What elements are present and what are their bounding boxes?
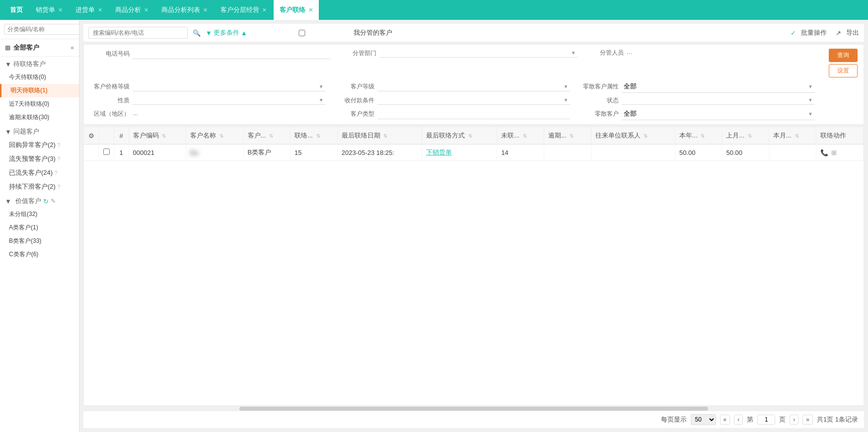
sidebar-item-classC[interactable]: C类客户(6) (0, 248, 79, 261)
select-scattered-attr[interactable]: 全部 ▼ (622, 80, 815, 93)
sort-last-date: ⇅ (383, 133, 387, 139)
my-customer-checkbox[interactable] (252, 30, 352, 36)
bulk-ops-btn[interactable]: 批量操作 (801, 28, 827, 37)
nav-product-analysis[interactable]: 商品分析 ✕ (109, 0, 154, 20)
sidebar-item-declining[interactable]: 持续下滑客户(2) ? (0, 180, 79, 194)
horizontal-scrollbar[interactable] (83, 407, 864, 411)
row-checkbox-cell[interactable] (99, 144, 114, 161)
col-checkbox (99, 127, 114, 144)
filter-icon: ▼ (206, 29, 212, 37)
select-payment-terms[interactable]: ▼ (377, 96, 571, 105)
sidebar-item-overdue[interactable]: 逾期未联络(30) (0, 111, 79, 124)
select-scattered[interactable]: 全部 ▼ (622, 108, 815, 120)
last-page-btn[interactable]: » (802, 415, 813, 425)
sidebar-item-classA[interactable]: A类客户(1) (0, 221, 79, 234)
grid-icon: ⊞ (5, 44, 10, 52)
col-customer-code[interactable]: 客户编码 ⇅ (129, 127, 186, 144)
row-code[interactable]: 000021 (129, 144, 186, 161)
col-this-month[interactable]: 本月... ⇅ (769, 127, 816, 144)
row-checkbox[interactable] (103, 148, 110, 155)
sidebar-item-tomorrow[interactable]: 明天待联络(1) (0, 84, 79, 97)
select-customer-level[interactable]: ▼ (377, 82, 571, 91)
region-dots[interactable]: ··· (133, 110, 139, 118)
select-price-level[interactable]: ▼ (133, 82, 326, 91)
more-filter-btn[interactable]: ▼ 更多条件 ▲ (206, 28, 247, 37)
sidebar-item-churned[interactable]: 已流失客户(24) ? (0, 166, 79, 180)
query-btn[interactable]: 查询 (829, 49, 858, 62)
close-sales-order[interactable]: ✕ (58, 7, 63, 13)
sort-last-month: ⇅ (748, 133, 752, 139)
manager-dots[interactable]: ··· (627, 49, 633, 57)
sidebar-item-unclassified[interactable]: 未分组(32) (0, 208, 79, 221)
close-product-analysis-list[interactable]: ✕ (203, 7, 208, 13)
sidebar-item-churn-warning[interactable]: 流失预警客户(3) ? (0, 152, 79, 166)
select-dept[interactable]: ▼ (379, 49, 578, 58)
bulk-ops-container: ✓ 批量操作 ↗ 导出 (791, 28, 859, 37)
label-phone: 电话号码 (90, 50, 130, 58)
grid-action-icon[interactable]: ⊞ (831, 149, 837, 156)
page-unit: 页 (779, 415, 786, 424)
last-method-link[interactable]: 下销货单 (426, 148, 452, 156)
nav-product-analysis-list[interactable]: 商品分析列表 ✕ (155, 0, 214, 20)
nav-home[interactable]: 首页 (4, 0, 29, 20)
nav-customer-stratification[interactable]: 客户分层经营 ✕ (215, 0, 273, 20)
sidebar-all-customers[interactable]: ⊞ 全部客户 « (0, 39, 79, 57)
col-last-month[interactable]: 上月... ⇅ (722, 127, 769, 144)
row-last-method[interactable]: 下销货单 (422, 144, 497, 161)
sidebar-item-repurchase-abnormal[interactable]: 回购异常客户(2) ? (0, 138, 79, 152)
phone-action-icon[interactable]: 📞 (820, 149, 828, 156)
sidebar-item-7days[interactable]: 近7天待联络(0) (0, 97, 79, 111)
row-name[interactable]: Ea (186, 144, 244, 161)
nav-sales-order[interactable]: 销货单 ✕ (30, 0, 69, 20)
set-btn[interactable]: 设置 (829, 64, 858, 77)
label-nature: 性质 (90, 96, 130, 105)
table-row: 1 000021 Ea B类客户 15 2023-05-23 18:25: 下销… (84, 144, 864, 161)
row-name-blurred: Ea (190, 149, 198, 156)
input-customer-type[interactable] (377, 109, 571, 119)
col-this-year[interactable]: 本年... ⇅ (675, 127, 722, 144)
collapse-sidebar-icon[interactable]: « (71, 44, 74, 51)
refresh-icon[interactable]: ↻ (43, 198, 49, 205)
sidebar-search-input[interactable] (4, 24, 79, 35)
close-product-analysis[interactable]: ✕ (144, 7, 148, 13)
scrollbar-thumb[interactable] (239, 407, 708, 411)
edit-value-icon[interactable]: ✎ (51, 198, 56, 205)
label-price-level: 客户价格等级 (90, 82, 130, 91)
sidebar-item-today[interactable]: 今天待联络(0) (0, 71, 79, 84)
help-icon-2: ? (57, 156, 60, 162)
col-overdue[interactable]: 逾期... ⇅ (544, 127, 591, 144)
first-page-btn[interactable]: « (720, 415, 730, 425)
col-contact-person[interactable]: 往来单位联系人 ⇅ (591, 127, 675, 144)
close-customer-contact[interactable]: ✕ (308, 7, 313, 13)
col-last-method[interactable]: 最后联络方式 ⇅ (422, 127, 497, 144)
prev-page-btn[interactable]: ‹ (734, 415, 743, 425)
price-level-caret: ▼ (319, 84, 324, 89)
my-customer-checkbox-container[interactable]: 我分管的客户 (252, 28, 392, 37)
col-customer-name[interactable]: 客户名称 ⇅ (186, 127, 244, 144)
col-last-date[interactable]: 最后联络日期 ⇅ (337, 127, 422, 144)
close-customer-stratification[interactable]: ✕ (262, 7, 267, 13)
next-page-btn[interactable]: › (790, 415, 798, 425)
per-page-label: 每页显示 (661, 415, 687, 424)
close-purchase-order[interactable]: ✕ (98, 7, 102, 13)
page-label: 第 (747, 415, 753, 424)
nav-purchase-order[interactable]: 进货单 ✕ (70, 0, 108, 20)
col-customer-type[interactable]: 客户... ⇅ (243, 127, 290, 144)
page-input[interactable] (757, 415, 775, 425)
col-gear[interactable]: ⚙ (84, 127, 99, 144)
col-uncontacted[interactable]: 未联... ⇅ (497, 127, 544, 144)
main-search-input[interactable] (88, 27, 188, 39)
per-page-select[interactable]: 50 100 200 (691, 414, 716, 425)
select-nature[interactable]: ▼ (133, 96, 326, 105)
customer-table: ⚙ # 客户编码 ⇅ 客户名称 ⇅ 客户... ⇅ (84, 127, 864, 161)
row-last-month: 50.00 (722, 144, 769, 161)
input-phone[interactable] (133, 49, 331, 59)
nav-customer-contact[interactable]: 客户联络 ✕ (274, 0, 319, 20)
main-search-icon[interactable]: 🔍 (193, 29, 201, 37)
scattered-caret: ▼ (808, 111, 813, 117)
row-uncontacted: 14 (497, 144, 544, 161)
sidebar-item-classB[interactable]: B类客户(33) (0, 234, 79, 248)
select-status[interactable]: ▼ (622, 96, 815, 105)
col-contact-count[interactable]: 联络... ⇅ (290, 127, 338, 144)
export-btn[interactable]: 导出 (846, 28, 859, 37)
